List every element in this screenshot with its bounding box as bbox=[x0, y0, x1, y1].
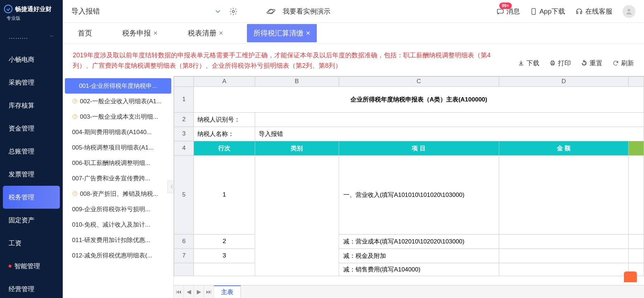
header-category[interactable]: 类别 bbox=[255, 141, 339, 155]
floating-help-icon[interactable] bbox=[624, 271, 637, 282]
print-button[interactable]: 打印 bbox=[549, 59, 571, 67]
data-item-3[interactable]: 减：税金及附加 bbox=[339, 249, 499, 263]
tree-item-11[interactable]: 012-减免所得税优惠明细表(... bbox=[63, 248, 173, 263]
tree-item-5[interactable]: 006-职工薪酬纳税调整明细... bbox=[63, 155, 173, 171]
tree-item-2[interactable]: ?003-一般企业成本支出明细... bbox=[63, 109, 173, 124]
nav-item-8[interactable]: 工资 bbox=[0, 232, 63, 255]
data-amount-1[interactable] bbox=[499, 155, 629, 234]
sheet-title[interactable]: 企业所得税年度纳税申报表（A类）主表(A100000) bbox=[194, 86, 644, 112]
tree-item-8[interactable]: 009-企业所得税弥补亏损明... bbox=[63, 202, 173, 217]
data-amount-3[interactable] bbox=[499, 249, 629, 263]
row-head-4[interactable]: 4 bbox=[174, 141, 194, 155]
svg-rect-8 bbox=[552, 61, 554, 62]
messages-button[interactable]: 99+ 消息 bbox=[496, 7, 520, 16]
nav-item-6[interactable]: 税务管理 bbox=[3, 186, 60, 209]
tool-actions: 下载 打印 重置 刷新 bbox=[518, 50, 634, 67]
app-download-button[interactable]: App下载 bbox=[530, 7, 565, 16]
download-button[interactable]: 下载 bbox=[518, 59, 539, 67]
tree-item-6[interactable]: 007-广告费和业务宣传费跨... bbox=[63, 171, 173, 186]
nav-list: ………﹀ 小畅电商 采购管理 库存核算 资金管理 总账管理 发票管理 税务管理 … bbox=[0, 25, 63, 298]
col-head-extra[interactable] bbox=[629, 76, 644, 86]
support-button[interactable]: 在线客服 bbox=[575, 7, 612, 16]
reset-button[interactable]: 重置 bbox=[581, 59, 602, 67]
demo-link[interactable]: 我要看实例演示 bbox=[283, 7, 330, 16]
nav-item-1[interactable]: 采购管理 bbox=[0, 71, 63, 94]
category-merged[interactable] bbox=[255, 155, 339, 276]
col-head-a[interactable]: A bbox=[194, 76, 255, 86]
nav-item-0[interactable]: 小畅电商 bbox=[0, 48, 63, 71]
data-rowno-1[interactable]: 1 bbox=[194, 155, 255, 234]
tab-2[interactable]: 税表清册✕ bbox=[181, 24, 230, 42]
tree-item-1[interactable]: ?002-一般企业收入明细表(A1... bbox=[63, 94, 173, 109]
close-icon[interactable]: ✕ bbox=[219, 30, 223, 37]
col-head-d[interactable]: D bbox=[499, 76, 629, 86]
header-rowno[interactable]: 行次 bbox=[194, 141, 255, 155]
taxpayer-name-label[interactable]: 纳税人名称： bbox=[194, 127, 255, 141]
tree-item-4[interactable]: 005-纳税调整项目明细表(A1... bbox=[63, 140, 173, 155]
row-head-1[interactable]: 1 bbox=[174, 86, 194, 112]
sheet-next-icon[interactable]: ▶ bbox=[194, 285, 204, 298]
data-amount-2[interactable] bbox=[499, 234, 629, 249]
search-area[interactable]: 导入报错 bbox=[71, 6, 222, 16]
data-item-2[interactable]: 减：营业成本(填写A102010\102020\103000) bbox=[339, 234, 499, 249]
data-rowno-2[interactable]: 2 bbox=[194, 234, 255, 249]
extra-2[interactable] bbox=[629, 234, 644, 249]
row-head-3[interactable]: 3 bbox=[174, 127, 194, 141]
sheet-last-icon[interactable]: ⏭ bbox=[204, 285, 214, 298]
form-tree: 001-企业所得税年度纳税申... ?002-一般企业收入明细表(A1... ?… bbox=[63, 76, 174, 298]
data-amount-4[interactable] bbox=[499, 263, 629, 276]
taxpayer-name-value[interactable]: 导入报错 bbox=[255, 127, 644, 141]
tree-item-0[interactable]: 001-企业所得税年度纳税申... bbox=[65, 78, 171, 94]
sheet-prev-icon[interactable]: ◀ bbox=[184, 285, 194, 298]
tree-item-10[interactable]: 011-研发费用加计扣除优惠... bbox=[63, 232, 173, 248]
green-cell[interactable] bbox=[629, 141, 644, 155]
nav-item-3[interactable]: 资金管理 bbox=[0, 117, 63, 140]
spreadsheet: A B C D 1 企业所得税年度纳税申报表（A类）主表(A100000) 2 … bbox=[174, 76, 644, 298]
tab-1[interactable]: 税务申报✕ bbox=[116, 24, 164, 42]
collapse-handle[interactable]: 《 bbox=[167, 181, 173, 193]
extra-1[interactable] bbox=[629, 155, 644, 234]
nav-item-9[interactable]: 智能管理 bbox=[0, 255, 63, 278]
close-icon[interactable]: ✕ bbox=[153, 30, 158, 37]
data-item-1[interactable]: 一、营业收入(填写A101010\101020\103000) bbox=[339, 155, 499, 234]
warning-icon: ? bbox=[72, 191, 78, 197]
nav-item-10[interactable]: 经营管理 bbox=[0, 278, 63, 298]
corner-cell[interactable] bbox=[174, 76, 194, 86]
data-rowno-4[interactable] bbox=[194, 263, 255, 276]
gear-icon[interactable] bbox=[229, 7, 238, 16]
taxpayer-id-value[interactable] bbox=[255, 112, 644, 127]
tree-item-7[interactable]: ?008-资产折旧、摊销及纳税... bbox=[63, 186, 173, 202]
header-amount[interactable]: 金 额 bbox=[499, 141, 629, 155]
tree-item-9[interactable]: 010-免税、减计收入及加计... bbox=[63, 217, 173, 232]
tab-home[interactable]: 首页 bbox=[71, 24, 99, 42]
grid: A B C D 1 企业所得税年度纳税申报表（A类）主表(A100000) 2 … bbox=[174, 76, 644, 276]
col-head-b[interactable]: B bbox=[255, 76, 339, 86]
col-head-c[interactable]: C bbox=[339, 76, 499, 86]
row-head-5[interactable]: 5 bbox=[174, 155, 194, 234]
sheet-body[interactable]: A B C D 1 企业所得税年度纳税申报表（A类）主表(A100000) 2 … bbox=[174, 76, 644, 285]
close-icon[interactable]: ✕ bbox=[306, 30, 310, 37]
svg-point-1 bbox=[232, 10, 234, 13]
sheet-tab-main[interactable]: 主表 bbox=[214, 285, 241, 298]
nav-item-7[interactable]: 固定资产 bbox=[0, 209, 63, 232]
extra-3[interactable] bbox=[629, 249, 644, 263]
chevron-down-icon[interactable] bbox=[214, 8, 222, 15]
nav-item-4[interactable]: 总账管理 bbox=[0, 140, 63, 163]
row-head-7[interactable]: 7 bbox=[174, 249, 194, 263]
sheet-first-icon[interactable]: ⏮ bbox=[174, 285, 184, 298]
refresh-button[interactable]: 刷新 bbox=[612, 59, 634, 67]
nav-item-truncated[interactable]: ………﹀ bbox=[0, 25, 63, 48]
logo-icon bbox=[4, 4, 13, 14]
header-item[interactable]: 项 目 bbox=[339, 141, 499, 155]
row-head-8[interactable] bbox=[174, 263, 194, 276]
nav-item-5[interactable]: 发票管理 bbox=[0, 163, 63, 186]
data-item-4[interactable]: 减：销售费用(填写A104000) bbox=[339, 263, 499, 276]
row-head-2[interactable]: 2 bbox=[174, 112, 194, 127]
row-head-6[interactable]: 6 bbox=[174, 234, 194, 249]
tab-3[interactable]: 所得税汇算清缴✕ bbox=[247, 24, 317, 42]
data-rowno-3[interactable]: 3 bbox=[194, 249, 255, 263]
tree-item-3[interactable]: 004-期间费用明细表(A1040... bbox=[63, 124, 173, 140]
nav-item-2[interactable]: 库存核算 bbox=[0, 94, 63, 117]
avatar[interactable] bbox=[622, 5, 635, 18]
taxpayer-id-label[interactable]: 纳税人识别号： bbox=[194, 112, 255, 127]
